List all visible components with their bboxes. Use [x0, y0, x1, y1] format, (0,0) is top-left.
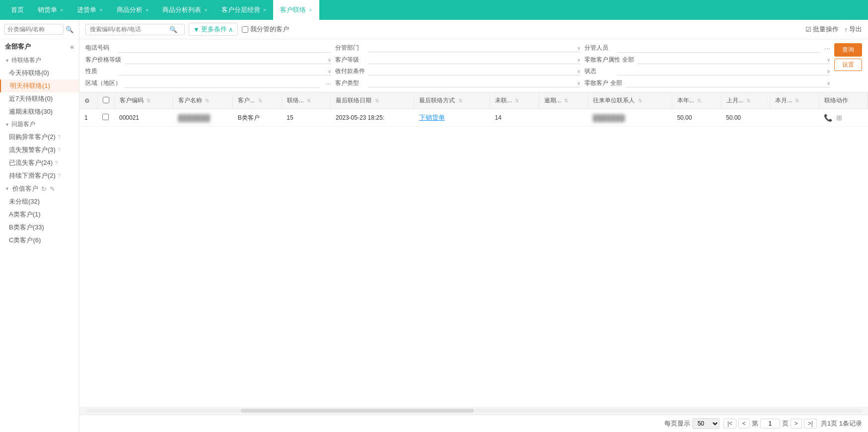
toolbar-search-box[interactable]: 🔍 [85, 24, 185, 35]
filter-status-label: 状态 [584, 67, 614, 75]
sidebar-item-churned[interactable]: 已流失客户(24) ? [0, 156, 79, 169]
cell-checkbox[interactable] [97, 109, 114, 127]
sidebar-item-7day-contact[interactable]: 近7天待联络(0) [0, 92, 79, 105]
my-customers-checkbox[interactable]: 我分管的客户 [242, 25, 289, 34]
grid-icon[interactable]: ⊞ [836, 114, 842, 122]
sidebar-item-churn-warning[interactable]: 流失预警客户(3) ? [0, 144, 79, 156]
col-settings[interactable]: ⚙ [79, 92, 97, 109]
sidebar-item-ungrouped[interactable]: 未分组(32) [0, 195, 79, 208]
filter-area: 区域（地区） ··· [85, 78, 331, 88]
nav-product-analysis-list[interactable]: 商品分析列表 × [155, 0, 214, 20]
table-container: ⚙ 客户编码 ⇅ 客户名称 ⇅ 客户... ⇅ 联络... ⇅ 最后联络日期 ⇅… [79, 92, 868, 407]
nav-customer-contact[interactable]: 客户联络 × [273, 0, 319, 20]
close-icon[interactable]: × [204, 7, 207, 13]
col-type[interactable]: 客户... ⇅ [233, 92, 282, 109]
filter-price-level-label: 客户价格等级 [85, 56, 121, 64]
query-button[interactable]: 查询 [834, 43, 862, 57]
filter-phone-input[interactable] [118, 43, 331, 53]
sidebar-item-class-c[interactable]: C类客户(6) [0, 234, 79, 247]
sidebar-item-overdue-contact[interactable]: 逾期未联络(30) [0, 105, 79, 118]
prev-page-btn[interactable]: < [738, 419, 750, 429]
sidebar-item-repurchase-abnormal[interactable]: 回购异常客户(2) ? [0, 131, 79, 144]
my-customers-check[interactable] [242, 26, 248, 33]
filter-person: 分管人员 ··· [584, 43, 830, 53]
search-input[interactable] [90, 26, 169, 33]
sidebar-item-class-a[interactable]: A类客户(1) [0, 208, 79, 221]
dots-icon[interactable]: ··· [325, 79, 331, 87]
batch-ops-btn[interactable]: ☑ 批量操作 [805, 25, 839, 34]
settings-button[interactable]: 设置 [834, 59, 862, 71]
help-icon[interactable]: ? [58, 173, 61, 179]
sidebar-search-input[interactable] [4, 24, 64, 35]
filter-phone: 电话号码 [85, 43, 331, 53]
cell-this-month [770, 109, 819, 127]
search-icon[interactable]: 🔍 [169, 26, 177, 33]
chevron-down-icon: ∨ [827, 80, 830, 86]
page-input[interactable] [760, 419, 780, 429]
close-icon[interactable]: × [60, 7, 63, 13]
col-name[interactable]: 客户名称 ⇅ [173, 92, 233, 109]
close-icon[interactable]: × [99, 7, 102, 13]
nav-sales-order[interactable]: 销货单 × [31, 0, 70, 20]
cell-this-year: 50.00 [672, 109, 721, 127]
dots-icon[interactable]: ··· [824, 44, 830, 52]
select-all-checkbox[interactable] [103, 97, 109, 103]
filter-retail-attr-select[interactable]: ∨ [637, 56, 830, 64]
phone-icon[interactable]: 📞 [824, 114, 832, 122]
search-icon[interactable]: 🔍 [66, 26, 73, 33]
col-last-date[interactable]: 最后联络日期 ⇅ [331, 92, 414, 109]
toolbar: 🔍 ▼ 更多条件 ∧ 我分管的客户 ☑ 批量操作 ↑ 导出 [79, 20, 868, 39]
refresh-icon[interactable]: ↻ [41, 185, 47, 193]
col-this-month[interactable]: 本月... ⇅ [770, 92, 819, 109]
sidebar-item-tomorrow-contact[interactable]: 明天待联络(1) [0, 79, 79, 92]
close-icon[interactable]: × [145, 7, 148, 13]
close-icon[interactable]: × [309, 7, 312, 13]
export-btn[interactable]: ↑ 导出 [845, 25, 863, 34]
help-icon[interactable]: ? [58, 147, 61, 153]
collapse-icon[interactable]: « [70, 43, 74, 51]
filter-payment-select[interactable]: ∨ [368, 68, 581, 75]
filter-status-select[interactable]: ∨ [617, 68, 830, 75]
edit-icon[interactable]: ✎ [50, 185, 55, 193]
col-uncontacted[interactable]: 未联... ⇅ [490, 92, 539, 109]
nav-purchase-order[interactable]: 进货单 × [70, 0, 109, 20]
col-last-month[interactable]: 上月... ⇅ [721, 92, 770, 109]
filter-price-level-select[interactable]: ∨ [124, 56, 331, 64]
nav-customer-stratification[interactable]: 客户分层经营 × [215, 0, 273, 20]
col-this-year[interactable]: 本年... ⇅ [672, 92, 721, 109]
nav-home[interactable]: 首页 [4, 0, 31, 20]
filter-customer-level-select[interactable]: ∨ [368, 56, 581, 64]
horizontal-scrollbar[interactable] [85, 409, 862, 413]
all-customers-title[interactable]: 全部客户 « [0, 39, 79, 54]
first-page-btn[interactable]: |< [723, 419, 736, 429]
sidebar-item-today-contact[interactable]: 今天待联络(0) [0, 67, 79, 79]
sort-icon: ⇅ [258, 98, 262, 103]
filter-customer-type-select[interactable]: ∨ [368, 79, 581, 87]
cell-last-method[interactable]: 下销货单 [414, 109, 490, 127]
row-checkbox[interactable] [102, 114, 109, 120]
filter-payment: 收付款条件 ∨ [335, 67, 581, 75]
next-page-btn[interactable]: > [791, 419, 802, 429]
filter-dept-select[interactable]: ∨ [368, 44, 581, 52]
sort-icon: ⇅ [795, 98, 799, 103]
sidebar-item-declining[interactable]: 持续下滑客户(2) ? [0, 169, 79, 182]
help-icon[interactable]: ? [58, 134, 61, 140]
sidebar-item-class-b[interactable]: B类客户(33) [0, 221, 79, 234]
scrollbar-thumb[interactable] [241, 409, 474, 413]
help-icon[interactable]: ? [55, 160, 58, 166]
page-size-select[interactable]: 50 100 200 [692, 418, 720, 429]
filter-nature-select[interactable]: ∨ [118, 68, 331, 75]
col-overdue[interactable]: 逾期... ⇅ [539, 92, 588, 109]
close-icon[interactable]: × [263, 7, 266, 13]
filter-area-input[interactable] [124, 78, 320, 88]
col-contact-person[interactable]: 往来单位联系人 ⇅ [588, 92, 672, 109]
more-conditions-btn[interactable]: ▼ 更多条件 ∧ [189, 23, 238, 36]
col-contacts[interactable]: 联络... ⇅ [282, 92, 331, 109]
footer: 每页显示 50 100 200 |< < 第 页 > >| 共1页 1条记录 [79, 415, 868, 432]
last-page-btn[interactable]: >| [804, 419, 817, 429]
filter-retail-customer-select[interactable]: ∨ [625, 79, 830, 87]
col-code[interactable]: 客户编码 ⇅ [114, 92, 173, 109]
nav-product-analysis[interactable]: 商品分析 × [110, 0, 155, 20]
col-last-method[interactable]: 最后联络方式 ⇅ [414, 92, 490, 109]
filter-person-input[interactable] [617, 43, 819, 53]
